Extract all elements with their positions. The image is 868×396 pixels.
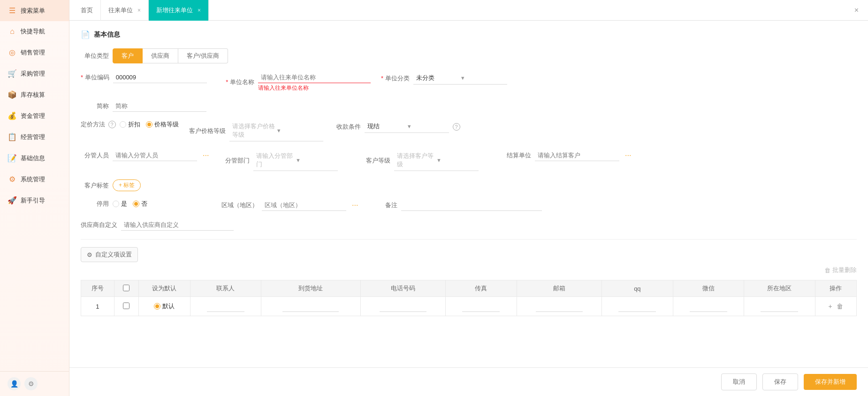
sidebar-item-search[interactable]: ☰ 搜索菜单 — [0, 0, 69, 21]
region-input[interactable] — [262, 200, 346, 211]
supervisor-more-btn[interactable]: ··· — [201, 151, 211, 160]
disabled-yes-radio[interactable] — [113, 201, 119, 207]
user-avatar[interactable]: 👤 — [8, 377, 21, 390]
sidebar-item-label: 搜索菜单 — [21, 7, 45, 15]
tab-new-partner-close[interactable]: × — [198, 7, 201, 14]
delete-row-btn[interactable]: 🗑 — [835, 303, 845, 310]
disabled-label: 停用 — [81, 200, 109, 208]
disabled-no[interactable]: 否 — [133, 200, 147, 208]
sidebar-item-basicinfo[interactable]: 📝 基础信息 — [0, 148, 69, 169]
tab-close-all[interactable]: × — [849, 6, 864, 15]
save-button[interactable]: 保存 — [762, 373, 798, 390]
level-radio[interactable] — [146, 121, 152, 128]
unit-code-input[interactable] — [113, 72, 207, 83]
unit-category-select[interactable]: 未分类 ▼ — [413, 72, 507, 85]
supplier-custom-input[interactable] — [121, 219, 234, 231]
qq-input[interactable] — [618, 301, 656, 312]
row-default-radio[interactable]: 默认 — [144, 302, 185, 311]
dept-select[interactable]: 请输入分管部门 ▼ — [253, 150, 338, 171]
payment-select[interactable]: 现结 ▼ — [365, 120, 449, 133]
tag-field: 客户标签 + 标签 — [81, 179, 212, 191]
tag-row: 客户标签 + 标签 — [81, 179, 857, 191]
basicinfo-icon: 📝 — [8, 154, 17, 163]
col-qq: qq — [602, 280, 673, 297]
address-input[interactable] — [282, 301, 339, 312]
type-btn-supplier[interactable]: 供应商 — [143, 48, 178, 63]
code-name-category-row: * 单位编码 * 单位名称 请输入往来单位名称 * 单位分类 未分类 — [81, 72, 857, 92]
customer-price-placeholder: 请选择客户价格等级 — [232, 122, 276, 139]
tab-home[interactable]: 首页 — [73, 0, 101, 21]
type-btn-both[interactable]: 客户/供应商 — [178, 48, 228, 63]
cell-address — [261, 297, 361, 316]
pricing-help-icon[interactable]: ? — [108, 121, 116, 128]
sidebar: ☰ 搜索菜单 ⌂ 快捷导航 ◎ 销售管理 🛒 采购管理 📦 库存核算 💰 资金管… — [0, 0, 69, 396]
default-radio-dot[interactable] — [154, 303, 160, 310]
abbr-field: 简称 — [81, 101, 212, 112]
add-tag-button[interactable]: + 标签 — [113, 179, 141, 191]
settlement-input[interactable] — [535, 150, 619, 161]
unit-name-error: 请输入往来单位名称 — [258, 84, 371, 92]
tab-partners[interactable]: 往来单位 × — [101, 0, 149, 21]
payment-help-icon[interactable]: ? — [453, 123, 460, 131]
tab-home-label: 首页 — [81, 6, 93, 15]
main-area: 首页 往来单位 × 新增往来单位 × × 📄 基本信息 单位类型 客户 供应商 … — [69, 0, 868, 396]
disabled-no-radio[interactable] — [133, 201, 139, 207]
discount-radio[interactable] — [120, 121, 126, 128]
contact-table: 序号 设为默认 联系人 到货地址 电话号码 传真 邮箱 qq 微信 所在地区 操… — [81, 280, 857, 316]
cell-contact — [190, 297, 261, 316]
pricing-option-discount[interactable]: 折扣 — [120, 120, 140, 129]
sidebar-item-guide[interactable]: 🚀 新手引导 — [0, 190, 69, 211]
finance-icon: 💰 — [8, 111, 17, 120]
supplier-custom-label: 供应商自定义 — [81, 221, 117, 229]
table-region-input[interactable] — [761, 301, 798, 312]
customer-price-select[interactable]: 请选择客户价格等级 ▼ — [229, 120, 323, 141]
cell-region — [744, 297, 815, 316]
disabled-yes[interactable]: 是 — [113, 200, 127, 208]
sidebar-item-sales[interactable]: ◎ 销售管理 — [0, 42, 69, 63]
phone-input[interactable] — [380, 301, 426, 312]
customer-level-select[interactable]: 请选择客户等级 ▼ — [394, 150, 479, 171]
batch-delete-button[interactable]: 🗑 批量删除 — [824, 266, 857, 274]
pricing-row: 定价方法 ? 折扣 价格等级 客户价格等级 请选择客户价 — [81, 120, 857, 141]
wechat-input[interactable] — [690, 301, 727, 312]
sales-icon: ◎ — [8, 48, 17, 57]
pricing-option-level[interactable]: 价格等级 — [146, 120, 179, 129]
unit-name-label: * 单位名称 — [221, 78, 254, 86]
sidebar-item-label: 采购管理 — [21, 70, 45, 78]
payment-field: 收款条件 现结 ▼ ? — [333, 120, 464, 133]
sidebar-item-operations[interactable]: 📋 经营管理 — [0, 126, 69, 148]
sidebar-item-inventory[interactable]: 📦 库存核算 — [0, 84, 69, 105]
settings-icon[interactable]: ⚙ — [24, 377, 38, 390]
remark-input[interactable] — [401, 200, 542, 211]
level-label: 价格等级 — [154, 120, 179, 129]
unit-name-input[interactable] — [258, 72, 371, 83]
tab-partners-close[interactable]: × — [137, 7, 141, 14]
sidebar-item-quicknav[interactable]: ⌂ 快捷导航 — [0, 21, 69, 42]
cell-phone — [360, 297, 446, 316]
col-seq: 序号 — [81, 280, 114, 297]
contact-input[interactable] — [207, 301, 244, 312]
col-phone: 电话号码 — [360, 280, 446, 297]
sidebar-item-sysmgmt[interactable]: ⚙ 系统管理 — [0, 169, 69, 190]
save-new-button[interactable]: 保存并新增 — [804, 374, 857, 390]
region-more-btn[interactable]: ··· — [350, 201, 360, 210]
select-all-checkbox[interactable] — [123, 285, 129, 291]
sidebar-item-finance[interactable]: 💰 资金管理 — [0, 105, 69, 126]
abbr-input[interactable] — [113, 101, 206, 112]
type-btn-customer[interactable]: 客户 — [113, 48, 143, 63]
footer: 取消 保存 保存并新增 — [69, 367, 868, 396]
add-row-btn[interactable]: + — [827, 303, 833, 310]
unit-category-label: * 单位分类 — [381, 74, 410, 83]
custom-settings-button[interactable]: ⚙ 自定义项设置 — [81, 247, 138, 262]
dept-field: 分管部门 请输入分管部门 ▼ — [221, 150, 353, 171]
col-fax: 传真 — [446, 280, 517, 297]
fax-input[interactable] — [462, 301, 500, 312]
cancel-button[interactable]: 取消 — [721, 373, 757, 390]
sidebar-item-purchase[interactable]: 🛒 采购管理 — [0, 63, 69, 84]
row-checkbox[interactable] — [123, 303, 129, 309]
tab-new-partner[interactable]: 新增往来单位 × — [149, 0, 209, 21]
email-input[interactable] — [536, 301, 583, 312]
supervisor-input[interactable] — [113, 150, 197, 161]
sysmgmt-icon: ⚙ — [8, 175, 17, 184]
settlement-more-btn[interactable]: ··· — [623, 151, 633, 160]
